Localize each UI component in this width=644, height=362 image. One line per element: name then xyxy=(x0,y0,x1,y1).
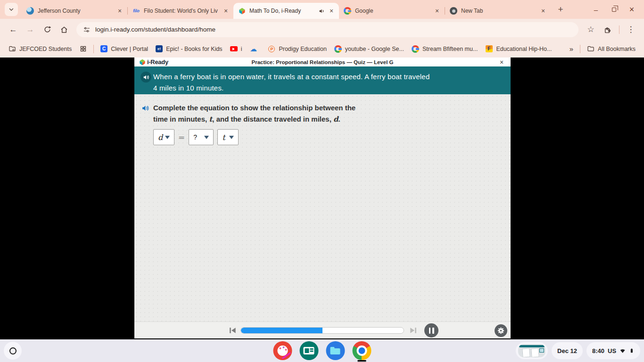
tab-new-tab[interactable]: New Tab × xyxy=(445,3,551,19)
bookmarks-bar: JEFCOED Students C Clever | Portal e! Ep… xyxy=(0,40,644,58)
bookmark-stream-bfifteen[interactable]: Stream Bfifteen mu... xyxy=(408,43,481,55)
window-restore-button[interactable] xyxy=(610,6,618,13)
url-text[interactable]: login.i-ready.com/student/dashboard/home xyxy=(95,26,215,33)
speaker-icon xyxy=(141,104,149,112)
back-button[interactable]: ← xyxy=(6,23,20,37)
holding-space-tote[interactable] xyxy=(516,342,548,359)
bookmark-educational-hiphop[interactable]: F Educational Hip-Ho... xyxy=(481,43,555,55)
home-button[interactable] xyxy=(57,23,71,37)
window-close-button[interactable]: × xyxy=(628,6,636,13)
tab-title: Math To Do, i-Ready xyxy=(249,8,319,14)
tab-audio-playing-icon[interactable] xyxy=(319,8,325,14)
browser-toolbar: ← → login.i-ready.com/student/dashboard/… xyxy=(0,19,644,40)
bookmarks-overflow-button[interactable]: » xyxy=(566,45,577,53)
all-bookmarks-button[interactable]: All Bookmarks xyxy=(583,43,639,55)
battery-icon xyxy=(629,347,635,354)
tab-close-icon[interactable]: × xyxy=(116,7,124,15)
question-audio-button[interactable] xyxy=(141,104,149,112)
dropdown-value: ? xyxy=(193,133,197,141)
apps-grid-icon[interactable] xyxy=(79,45,87,53)
palette-icon xyxy=(277,346,288,356)
chromeos-shelf: Dec 12 8:40 US xyxy=(0,339,644,362)
toolbar-separator xyxy=(619,25,619,34)
bookmark-star-button[interactable]: ☆ xyxy=(584,23,598,37)
cloud-icon: ☁ xyxy=(249,45,257,53)
bookmark-youtube-i[interactable]: i xyxy=(226,43,246,55)
clever-icon: C xyxy=(100,45,107,52)
pause-button[interactable] xyxy=(424,323,438,337)
tab-google[interactable]: Google × xyxy=(339,3,445,19)
google-favicon xyxy=(344,7,351,15)
quiz-header: i-Ready Practice: Proportional Relations… xyxy=(134,58,511,66)
question-line-1: Complete the equation to show the relati… xyxy=(153,102,492,114)
tab-close-icon[interactable]: × xyxy=(222,7,230,15)
variable-d: d xyxy=(333,115,339,123)
bookmark-jefcoed-students[interactable]: JEFCOED Students xyxy=(5,43,75,55)
active-app-indicator xyxy=(357,360,366,362)
date-pill[interactable]: Dec 12 xyxy=(552,342,583,359)
window-minimize-button[interactable]: – xyxy=(592,6,600,13)
canvas-app-icon[interactable] xyxy=(273,341,292,360)
dropdown-value: d xyxy=(158,133,163,142)
prodigy-icon: P xyxy=(268,45,275,53)
bookmark-youtube-google-search[interactable]: youtube - Google Se... xyxy=(330,43,408,55)
new-tab-button[interactable]: + xyxy=(554,3,567,16)
settings-button[interactable] xyxy=(495,324,507,337)
prompt-audio-button[interactable] xyxy=(140,72,151,82)
equation-dropdown-coefficient[interactable]: ? xyxy=(189,129,214,145)
chrome-app-icon[interactable] xyxy=(352,341,372,360)
bookmark-epic-books[interactable]: e! Epic! - Books for Kids xyxy=(152,43,226,55)
quiz-close-button[interactable]: × xyxy=(497,58,506,66)
equation-dropdown-left[interactable]: d xyxy=(153,129,174,145)
bookmark-label: i xyxy=(241,46,242,52)
extensions-button[interactable] xyxy=(601,23,615,37)
forward-button[interactable]: → xyxy=(23,23,37,37)
tab-strip: Jefferson County × filo Filo Student: Wo… xyxy=(0,0,644,19)
bookmark-label: youtube - Google Se... xyxy=(345,46,404,52)
tab-jefferson-county[interactable]: Jefferson County × xyxy=(22,3,127,19)
equation-dropdown-right[interactable]: t xyxy=(217,129,239,145)
url-bar[interactable]: login.i-ready.com/student/dashboard/home xyxy=(76,22,578,37)
i-ready-quiz-window: i-Ready Practice: Proportional Relations… xyxy=(134,58,511,338)
site-info-icon[interactable] xyxy=(83,26,91,33)
bookmark-clever-portal[interactable]: C Clever | Portal xyxy=(97,43,152,55)
skip-forward-button[interactable] xyxy=(409,326,418,335)
skip-back-button[interactable] xyxy=(228,326,237,335)
folder-icon xyxy=(330,348,340,354)
home-icon xyxy=(60,25,68,34)
launcher-button[interactable] xyxy=(4,342,22,360)
gallery-app-icon[interactable] xyxy=(299,341,319,360)
bookmarks-separator xyxy=(93,45,94,53)
bookmark-cloud-app[interactable]: ☁ xyxy=(246,43,264,55)
system-tray[interactable]: 8:40 US xyxy=(586,342,640,359)
managed-folder-icon xyxy=(8,45,16,53)
tab-filo-student[interactable]: filo Filo Student: World's Only Liv × xyxy=(128,3,233,19)
question-prompt-banner: When a ferry boat is in open water, it t… xyxy=(134,66,511,94)
wifi-icon xyxy=(619,347,626,354)
clock-text: 8:40 xyxy=(592,347,604,354)
reload-button[interactable] xyxy=(40,23,54,37)
chevron-down-icon xyxy=(8,7,14,12)
tab-close-icon[interactable]: × xyxy=(433,7,441,15)
tab-math-to-do-iready[interactable]: Math To Do, i-Ready × xyxy=(233,3,339,19)
prompt-line-1: When a ferry boat is in open water, it t… xyxy=(153,71,492,82)
dropdown-arrow-icon xyxy=(204,136,209,139)
bookmark-label: Epic! - Books for Kids xyxy=(166,46,223,52)
tab-title: Filo Student: World's Only Liv xyxy=(144,8,222,14)
tab-close-icon[interactable]: × xyxy=(539,7,547,15)
files-app-icon[interactable] xyxy=(326,341,345,360)
browser-menu-button[interactable]: ⋮ xyxy=(624,23,638,37)
tab-close-icon[interactable]: × xyxy=(328,7,335,15)
prompt-line-2: 4 miles in 10 minutes. xyxy=(153,82,492,94)
audio-progress-bar[interactable] xyxy=(240,327,404,334)
launcher-icon xyxy=(9,347,17,354)
screenshot-thumbnail[interactable] xyxy=(518,344,545,357)
tab-search-button[interactable] xyxy=(5,3,18,16)
equals-sign: = xyxy=(178,132,185,142)
i-ready-favicon xyxy=(238,7,246,15)
flocabulary-icon: F xyxy=(485,45,493,53)
bookmark-prodigy-education[interactable]: P Prodigy Education xyxy=(264,43,330,55)
bookmark-label: Educational Hip-Ho... xyxy=(496,46,552,52)
epic-icon: e! xyxy=(156,45,163,52)
restore-icon xyxy=(612,8,616,12)
